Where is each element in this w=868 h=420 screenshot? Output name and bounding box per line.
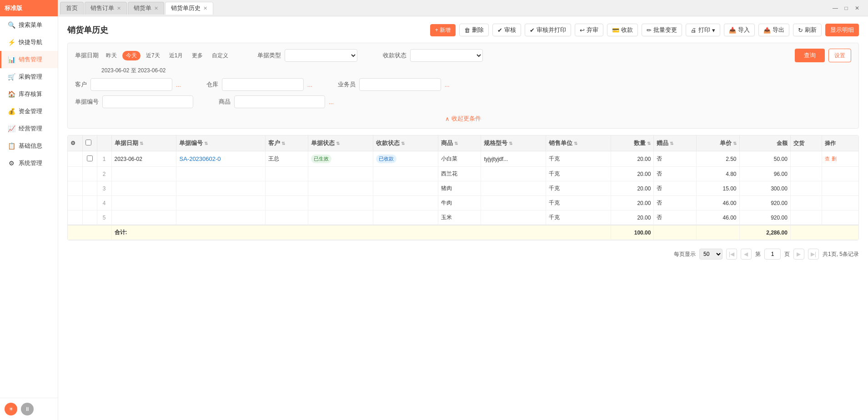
export-button[interactable]: 📤 导出 [758, 24, 789, 36]
date-btn-yesterday[interactable]: 昨天 [102, 51, 120, 60]
salesperson-input[interactable] [359, 78, 441, 91]
maximize-button[interactable]: □ [841, 3, 852, 14]
customer-input[interactable] [90, 78, 172, 91]
page-size-select[interactable]: 50 100 [699, 249, 722, 260]
th-price[interactable]: 单价⇅ [697, 135, 739, 151]
th-docstatus[interactable]: 单据状态⇅ [308, 135, 373, 151]
audit-button[interactable]: ✔ 审核 [492, 24, 521, 36]
setting-button[interactable]: 设置 [828, 49, 851, 62]
th-date[interactable]: 单据日期⇅ [111, 135, 176, 151]
table-cell [176, 196, 266, 210]
sidebar-item-basic-info[interactable]: 📋 基础信息 [0, 137, 58, 155]
minimize-button[interactable]: — [830, 3, 841, 14]
table-cell: 20.00 [611, 151, 654, 167]
refresh-button[interactable]: ↻ 刷新 [793, 24, 822, 36]
sidebar-item-search-menu[interactable]: 🔍 搜索菜单 [0, 16, 58, 34]
table-cell: 千克 [546, 167, 611, 181]
table-cell: 小白菜 [438, 151, 481, 167]
prev-page-button[interactable]: ◀ [741, 249, 752, 260]
first-page-button[interactable]: |◀ [726, 249, 737, 260]
table-cell [111, 167, 176, 181]
date-btn-7days[interactable]: 近7天 [142, 51, 164, 60]
table-cell [373, 167, 438, 181]
table-cell: 已生效 [308, 151, 373, 167]
search-button[interactable]: 查询 [795, 49, 825, 62]
sidebar-item-sales-mgmt[interactable]: 📊 销售管理 [0, 51, 58, 68]
import-button[interactable]: 📥 导入 [724, 24, 755, 36]
sidebar-bottom: ☀ ⏸ [0, 398, 58, 420]
tab-sales-goods[interactable]: 销货单 ✕ [128, 2, 164, 15]
table-cell: 4.80 [697, 167, 739, 181]
date-btn-today[interactable]: 今天 [122, 51, 140, 60]
doc-type-select[interactable] [285, 49, 357, 62]
th-spec[interactable]: 规格型号⇅ [481, 135, 546, 151]
action-view[interactable]: 查 [825, 156, 830, 161]
audit-print-button[interactable]: ✔ 审核并打印 [525, 24, 571, 36]
sidebar-bottom-btn1[interactable]: ☀ [5, 403, 17, 415]
table-cell [790, 210, 822, 225]
customer-filter: 客户 ... [75, 78, 181, 91]
action-delete[interactable]: 删 [832, 156, 837, 161]
collect-status-badge: 已收款 [376, 155, 396, 163]
show-details-button[interactable]: 显示明细 [825, 24, 859, 36]
table-row: 5玉米千克20.00否46.00920.00 [68, 210, 858, 225]
sort-docstatus-icon: ⇅ [336, 141, 340, 146]
sidebar-item-purchase-mgmt[interactable]: 🛒 采购管理 [0, 68, 58, 85]
sidebar-item-biz[interactable]: 📈 经营管理 [0, 120, 58, 137]
th-docno[interactable]: 单据编号⇅ [176, 135, 266, 151]
close-button[interactable]: ✕ [852, 3, 863, 14]
th-goods[interactable]: 商品⇅ [438, 135, 481, 151]
tab-home[interactable]: 首页 [60, 2, 84, 15]
doc-no-link[interactable]: SA-20230602-0 [179, 155, 221, 162]
docno-input[interactable] [102, 95, 193, 108]
tab-sales-order[interactable]: 销售订单 ✕ [85, 2, 127, 15]
collect-status-select[interactable] [410, 49, 483, 62]
th-unit[interactable]: 销售单位⇅ [546, 135, 611, 151]
sidebar-item-sys-mgmt[interactable]: ⚙ 系统管理 [0, 155, 58, 172]
tab-bar: 首页 销售订单 ✕ 销货单 ✕ 销货单历史 ✕ — □ ✕ [58, 0, 868, 16]
sidebar-item-inventory[interactable]: 🏠 库存核算 [0, 85, 58, 103]
tab-sales-goods-close[interactable]: ✕ [154, 5, 158, 11]
collect-status-filter: 收款状态 [383, 49, 483, 62]
delete-button[interactable]: 🗑 删除 [459, 24, 489, 36]
discard-button[interactable]: ↩ 弃审 [575, 24, 603, 36]
tab-sales-order-close[interactable]: ✕ [117, 5, 121, 11]
filter-area: 单据日期 昨天 今天 近7天 近1月 更多 自定义 单据类型 [67, 43, 859, 129]
print-button[interactable]: 🖨 打印 ▾ [686, 24, 720, 36]
page-input[interactable] [764, 249, 781, 260]
select-all-checkbox[interactable] [85, 140, 91, 145]
new-button[interactable]: + 新增 [430, 24, 456, 36]
date-btn-custom[interactable]: 自定义 [208, 51, 232, 60]
table-cell: 牛肉 [438, 196, 481, 210]
goods-ellipsis[interactable]: ... [329, 99, 334, 105]
customer-ellipsis[interactable]: ... [176, 81, 181, 88]
sidebar-bottom-btn2[interactable]: ⏸ [21, 403, 34, 415]
next-page-button[interactable]: ▶ [793, 249, 804, 260]
th-collectstatus[interactable]: 收款状态⇅ [373, 135, 438, 151]
data-table: ⚙ 单据日期⇅ 单据编号⇅ 客户⇅ 单据状态⇅ 收款状态⇅ 商品⇅ 规格型号⇅ [67, 135, 859, 240]
th-settings[interactable]: ⚙ [68, 135, 82, 151]
sidebar-item-label: 经营管理 [19, 125, 42, 133]
collect-button[interactable]: 💳 收款 [607, 24, 638, 36]
th-gift[interactable]: 赠品⇅ [654, 135, 697, 151]
sort-spec-icon: ⇅ [509, 141, 512, 146]
sidebar-item-quick-nav[interactable]: ⚡ 快捷导航 [0, 34, 58, 51]
tab-sales-history-close[interactable]: ✕ [203, 5, 207, 11]
total-info: 共1页, 5条记录 [823, 250, 859, 258]
batch-change-button[interactable]: ✏ 批量变更 [642, 24, 682, 36]
warehouse-filter: 仓库 ... [206, 78, 312, 91]
date-btn-more[interactable]: 更多 [188, 51, 206, 60]
goods-input[interactable] [234, 95, 325, 108]
table-cell: 查删 [822, 151, 858, 167]
row-checkbox-0[interactable] [87, 155, 93, 161]
warehouse-ellipsis[interactable]: ... [307, 81, 312, 88]
sidebar-item-fund[interactable]: 💰 资金管理 [0, 103, 58, 120]
date-btn-1month[interactable]: 近1月 [166, 51, 187, 60]
last-page-button[interactable]: ▶| [808, 249, 819, 260]
tab-sales-history[interactable]: 销货单历史 ✕ [165, 2, 213, 15]
salesperson-ellipsis[interactable]: ... [445, 81, 450, 88]
th-customer[interactable]: 客户⇅ [266, 135, 308, 151]
warehouse-input[interactable] [222, 78, 304, 91]
th-qty[interactable]: 数量⇅ [611, 135, 654, 151]
collapse-button[interactable]: ∧ 收起更条件 [75, 113, 851, 123]
